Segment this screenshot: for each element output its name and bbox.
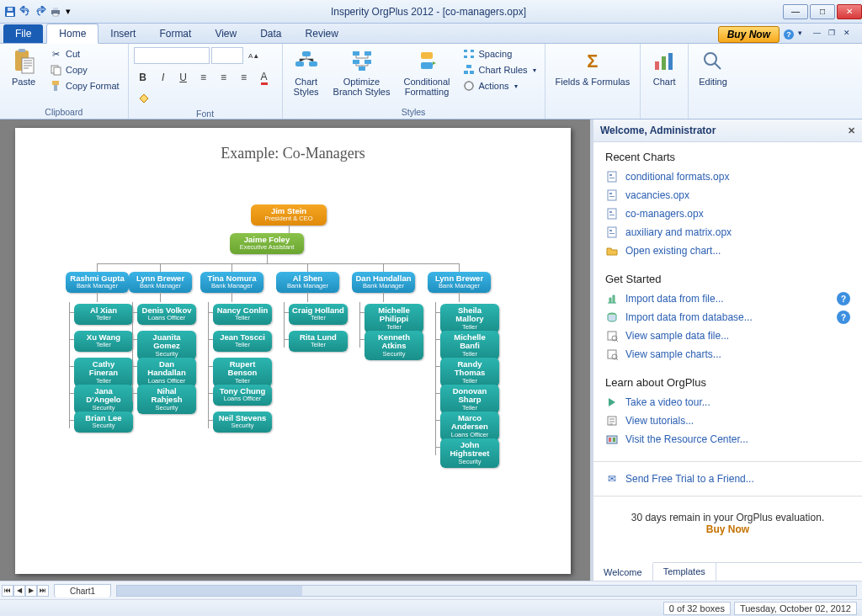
org-node[interactable]: Sheila MalloryTeller bbox=[440, 304, 499, 333]
get-started-link[interactable]: Import data from database...? bbox=[605, 311, 850, 324]
get-started-link[interactable]: Import data from file...? bbox=[605, 292, 850, 305]
spacing-button[interactable]: Spacing bbox=[459, 46, 540, 61]
undo-icon[interactable] bbox=[19, 5, 32, 19]
help-icon[interactable]: ? bbox=[783, 29, 795, 40]
font-size-dropdown[interactable] bbox=[211, 47, 243, 64]
tab-data[interactable]: Data bbox=[248, 24, 293, 43]
recent-chart-link[interactable]: conditional formats.opx bbox=[605, 170, 850, 183]
org-node[interactable]: Michelle BanfiTeller bbox=[440, 331, 499, 360]
get-started-link[interactable]: View sample data file... bbox=[605, 329, 850, 343]
ribbon-minimize-icon[interactable]: ▾ bbox=[798, 29, 810, 40]
tab-insert[interactable]: Insert bbox=[98, 24, 147, 43]
print-icon[interactable] bbox=[49, 5, 62, 19]
get-started-link[interactable]: View sample charts... bbox=[605, 348, 850, 361]
org-node[interactable]: Jaime FoleyExecutive Assistant bbox=[230, 233, 304, 254]
recent-chart-link[interactable]: vacancies.opx bbox=[605, 189, 850, 202]
org-node[interactable]: Cathy FineranTeller bbox=[74, 358, 133, 387]
org-node[interactable]: Al ShenBank Manager bbox=[276, 272, 339, 293]
save-icon[interactable] bbox=[3, 5, 17, 19]
org-node[interactable]: Lynn BrewerBank Manager bbox=[129, 272, 192, 293]
conditional-formatting-button[interactable]: Conditional Formatting bbox=[398, 46, 455, 98]
org-node[interactable]: Rashmi GuptaBank Manager bbox=[66, 272, 129, 293]
org-node[interactable]: Dan HandallanBank Manager bbox=[352, 272, 415, 293]
underline-button[interactable]: U bbox=[174, 68, 193, 87]
font-color-button[interactable]: A bbox=[255, 68, 274, 87]
paste-button[interactable]: Paste bbox=[5, 46, 42, 88]
org-node[interactable]: Tony ChungLoans Officer bbox=[213, 385, 272, 406]
fields-formulas-button[interactable]: Σ Fields & Formulas bbox=[551, 46, 636, 88]
learn-link[interactable]: Visit the Resource Center... bbox=[605, 433, 850, 446]
recent-chart-link[interactable]: auxiliary and matrix.opx bbox=[605, 226, 850, 239]
sheet-prev-button[interactable]: ◀ bbox=[13, 585, 25, 597]
help-icon[interactable]: ? bbox=[837, 311, 850, 324]
mdi-close-icon[interactable]: ✕ bbox=[843, 29, 855, 40]
sheet-tab-chart1[interactable]: Chart1 bbox=[54, 584, 111, 597]
chart-button[interactable]: Chart bbox=[646, 46, 683, 88]
maximize-button[interactable]: □ bbox=[810, 4, 835, 19]
org-node[interactable]: Jana D'AngeloSecurity bbox=[74, 385, 133, 414]
sheet-first-button[interactable]: ⏮ bbox=[2, 585, 13, 597]
canvas-area[interactable]: Example: Co-Managers Jim SteinPresident … bbox=[0, 119, 593, 581]
bold-button[interactable]: B bbox=[134, 68, 152, 87]
org-node[interactable]: Neil StevensSecurity bbox=[213, 412, 272, 433]
tab-review[interactable]: Review bbox=[294, 24, 350, 43]
horizontal-scrollbar[interactable] bbox=[116, 585, 857, 597]
org-node[interactable]: Nancy ConlinTeller bbox=[213, 304, 272, 325]
cut-button[interactable]: ✂Cut bbox=[45, 46, 123, 61]
buy-now-link[interactable]: Buy Now bbox=[706, 523, 749, 535]
align-center-button[interactable]: ≡ bbox=[215, 68, 233, 87]
org-node[interactable]: Donovan SharpTeller bbox=[440, 385, 499, 414]
org-node[interactable]: Xu WangTeller bbox=[74, 331, 133, 352]
org-node[interactable]: Dan HandallanLoans Officer bbox=[137, 358, 196, 387]
align-left-button[interactable]: ≡ bbox=[194, 68, 213, 87]
org-node[interactable]: John HighstreetSecurity bbox=[440, 438, 499, 468]
org-node[interactable]: Juanita GomezSecurity bbox=[137, 331, 196, 360]
editing-button[interactable]: Editing bbox=[694, 46, 732, 88]
org-node[interactable]: Craig HollandTeller bbox=[289, 304, 348, 325]
font-family-dropdown[interactable] bbox=[134, 47, 210, 64]
italic-button[interactable]: I bbox=[154, 68, 173, 87]
org-node[interactable]: Denis VolkovLoans Officer bbox=[137, 304, 196, 325]
chart-canvas[interactable]: Example: Co-Managers Jim SteinPresident … bbox=[15, 128, 571, 574]
copy-button[interactable]: Copy bbox=[45, 62, 123, 77]
org-node[interactable]: Michelle PhilippiTeller bbox=[364, 304, 423, 333]
tab-view[interactable]: View bbox=[203, 24, 248, 43]
fill-color-button[interactable] bbox=[134, 88, 152, 107]
panel-close-icon[interactable]: ✕ bbox=[848, 125, 855, 136]
copy-format-button[interactable]: Copy Format bbox=[45, 78, 123, 93]
close-button[interactable]: ✕ bbox=[837, 4, 862, 19]
org-node[interactable]: Kenneth AtkinsSecurity bbox=[364, 331, 423, 360]
org-node[interactable]: Randy ThomasTeller bbox=[440, 358, 499, 387]
org-node[interactable]: Marco AndersenLoans Officer bbox=[440, 412, 499, 441]
open-existing-link[interactable]: Open existing chart... bbox=[605, 244, 850, 258]
minimize-button[interactable]: — bbox=[783, 4, 808, 19]
side-tab-templates[interactable]: Templates bbox=[653, 563, 716, 581]
help-icon[interactable]: ? bbox=[837, 292, 850, 305]
org-node[interactable]: Lynn BrewerBank Manager bbox=[428, 272, 491, 293]
align-right-button[interactable]: ≡ bbox=[235, 68, 253, 87]
org-node[interactable]: Rupert BensonTeller bbox=[213, 358, 272, 387]
chart-styles-button[interactable]: Chart Styles bbox=[288, 46, 325, 98]
org-node[interactable]: Al XianTeller bbox=[74, 304, 133, 325]
mdi-min-icon[interactable]: — bbox=[813, 29, 825, 40]
recent-chart-link[interactable]: co-managers.opx bbox=[605, 207, 850, 220]
sheet-last-button[interactable]: ⏭ bbox=[37, 585, 49, 597]
redo-icon[interactable] bbox=[34, 5, 47, 19]
org-node[interactable]: Nihal RahjeshSecurity bbox=[137, 385, 196, 414]
side-tab-welcome[interactable]: Welcome bbox=[593, 562, 653, 581]
sheet-next-button[interactable]: ▶ bbox=[25, 585, 37, 597]
send-trial-link[interactable]: ✉Send Free Trial to a Friend... bbox=[605, 472, 850, 486]
org-node[interactable]: Rita LundTeller bbox=[289, 331, 348, 352]
learn-link[interactable]: Take a video tour... bbox=[605, 396, 850, 409]
tab-home[interactable]: Home bbox=[46, 24, 98, 44]
org-node[interactable]: Tina NomuraBank Manager bbox=[200, 272, 263, 293]
tab-format[interactable]: Format bbox=[147, 24, 203, 43]
optimize-branch-styles-button[interactable]: Optimize Branch Styles bbox=[328, 46, 396, 98]
actions-button[interactable]: Actions▾ bbox=[459, 78, 540, 93]
learn-link[interactable]: View tutorials... bbox=[605, 414, 850, 427]
chart-rules-button[interactable]: Chart Rules▾ bbox=[459, 62, 540, 77]
org-node[interactable]: Jean ToscciTeller bbox=[213, 331, 272, 352]
org-node[interactable]: Brian LeeSecurity bbox=[74, 412, 133, 433]
grow-font-button[interactable]: A▲ bbox=[245, 46, 263, 65]
buy-now-button[interactable]: Buy Now bbox=[718, 26, 780, 43]
